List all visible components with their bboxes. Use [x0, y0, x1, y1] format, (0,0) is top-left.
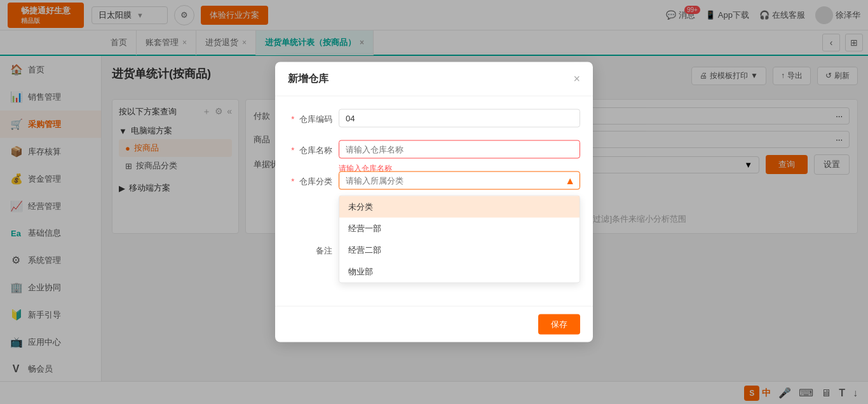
- name-input[interactable]: [339, 140, 580, 159]
- dropdown-item-uncategorized[interactable]: 未分类: [339, 196, 580, 218]
- name-input-wrap: 请输入仓库名称: [339, 140, 580, 159]
- form-row-code: * 仓库编码: [288, 109, 580, 128]
- category-input[interactable]: [339, 172, 580, 190]
- modal-close-btn[interactable]: ×: [573, 72, 580, 86]
- dropdown-item-dept2[interactable]: 经营二部: [339, 239, 580, 261]
- dropdown-item-dept3[interactable]: 物业部: [339, 261, 580, 283]
- category-select-wrap: ▲ 未分类 经营一部 经营二部 物业部: [339, 172, 580, 190]
- name-label: * 仓库名称: [288, 140, 332, 156]
- new-warehouse-modal: 新增仓库 × * 仓库编码 * 仓库名称 请输入仓库名称: [275, 62, 593, 342]
- category-label: * 仓库分类: [288, 172, 332, 187]
- form-row-name: * 仓库名称 请输入仓库名称: [288, 140, 580, 159]
- category-dropdown: 未分类 经营一部 经营二部 物业部: [339, 196, 580, 283]
- modal-footer: 保存: [275, 306, 593, 342]
- modal-title: 新增仓库: [288, 72, 329, 86]
- dropdown-item-dept1[interactable]: 经营一部: [339, 218, 580, 239]
- code-input[interactable]: [339, 109, 580, 128]
- form-row-category: * 仓库分类 ▲ 未分类 经营一部 经营二部 物业部: [288, 172, 580, 190]
- category-dropdown-arrow[interactable]: ▲: [565, 175, 575, 186]
- modal-body: * 仓库编码 * 仓库名称 请输入仓库名称 * 仓库分类: [275, 97, 593, 306]
- save-button[interactable]: 保存: [538, 314, 580, 335]
- note-label: 备注: [288, 241, 332, 257]
- code-input-wrap: [339, 109, 580, 128]
- code-label: * 仓库编码: [288, 109, 332, 125]
- modal-header: 新增仓库 ×: [275, 62, 593, 97]
